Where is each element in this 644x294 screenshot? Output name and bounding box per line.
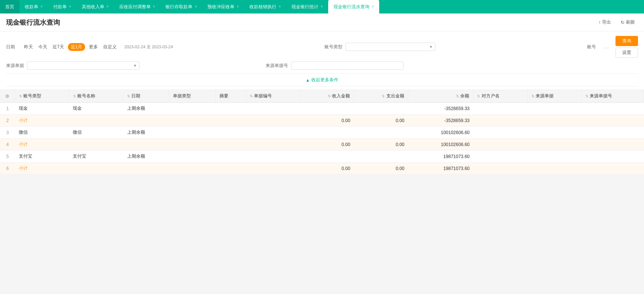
col-doc-no-sort: ⇅ (250, 94, 253, 98)
col-account-type[interactable]: ⇅ 账号类型 (15, 90, 69, 103)
date-opt-7days[interactable]: 近7天 (51, 43, 66, 51)
col-source-doc[interactable]: ⇅ 来源单据 (527, 90, 581, 103)
top-navigation: 首页 收款单 × 付款单 × 其他收入单 × 应收应付调整单 × 银行存取款单 … (0, 0, 644, 13)
account-name-cell: 支付宝 (69, 151, 123, 163)
refresh-button[interactable]: ↻ 刷新 (618, 18, 638, 27)
counter-name-cell (473, 115, 527, 127)
nav-other-income[interactable]: 其他收入单 × (77, 0, 114, 13)
summary-cell (216, 163, 246, 175)
summary-cell (216, 115, 246, 127)
nav-bank-deposit[interactable]: 银行存取款单 × (160, 0, 202, 13)
nav-payment-close[interactable]: × (69, 0, 71, 13)
query-button[interactable]: 查询 (615, 36, 638, 46)
table-header: ⚙ ⇅ 账号类型 ⇅ 账号名称 ⇅ 日期 单据类型 摘要 (0, 90, 644, 103)
nav-home[interactable]: 首页 (0, 0, 20, 13)
table-row[interactable]: 3 微信 微信 上期余额 100102606.60 (0, 127, 644, 139)
table-row[interactable]: 1 现金 现金 上期余额 -3528659.33 (0, 103, 644, 115)
export-button[interactable]: ↑ 导出 (595, 18, 614, 27)
income-cell: 0.00 (300, 163, 354, 175)
balance-cell: -3528659.33 (408, 103, 473, 115)
source-doc-no-cell (582, 163, 644, 175)
nav-payment-label: 付款单 (53, 0, 67, 13)
summary-cell (216, 139, 246, 151)
expense-cell: 0.00 (354, 139, 408, 151)
date-opt-1month[interactable]: 近1月 (68, 43, 86, 51)
nav-verify-close[interactable]: × (279, 0, 281, 13)
account-name-cell: 微信 (69, 127, 123, 139)
col-source-doc-no[interactable]: ⇅ 来源单据号 (582, 90, 644, 103)
account-type-label: 账号类型 (324, 44, 342, 50)
col-doc-no[interactable]: ⇅ 单据编号 (246, 90, 300, 103)
nav-adjust[interactable]: 应收应付调整单 × (114, 0, 161, 13)
col-balance[interactable]: ⇅ 余额 (408, 90, 473, 103)
account-name-cell (69, 115, 123, 127)
nav-bank-deposit-close[interactable]: × (195, 0, 197, 13)
account-label: 账号 (587, 44, 600, 50)
collapse-icon: ▲ (306, 78, 310, 83)
filter-row-1: 日期 昨天 今天 近7天 近1月 更多 自定义 2023-02-24 至 202… (6, 36, 638, 58)
collapse-button[interactable]: ▲ 收起更多条件 (306, 77, 339, 83)
income-cell (300, 127, 354, 139)
balance-cell: 100102606.60 (408, 127, 473, 139)
table-row[interactable]: 4 小计 0.00 0.00 100102606.60 (0, 139, 644, 151)
balance-cell: 19871073.60 (408, 163, 473, 175)
refresh-label: 刷新 (626, 19, 635, 25)
date-opt-today[interactable]: 今天 (37, 43, 49, 51)
nav-flow-query[interactable]: 现金银行流水查询 × (328, 0, 379, 13)
table-settings-icon[interactable]: ⚙ (5, 94, 9, 99)
nav-verify[interactable]: 收款核销执行 × (244, 0, 286, 13)
doc-no-cell (246, 103, 300, 115)
income-cell: 0.00 (300, 139, 354, 151)
source-doc-no-cell (582, 103, 644, 115)
date-opt-more[interactable]: 更多 (87, 43, 99, 51)
row-num: 2 (0, 115, 15, 127)
nav-adjust-close[interactable]: × (153, 0, 155, 13)
page-header: 现金银行流水查询 ↑ 导出 ↻ 刷新 (0, 13, 644, 31)
nav-receipt[interactable]: 收款单 × (20, 0, 48, 13)
nav-other-income-label: 其他收入单 (82, 0, 104, 13)
nav-stats[interactable]: 现金银行统计 × (286, 0, 328, 13)
source-doc-no-label: 来源单据号 (266, 63, 288, 69)
settings-button[interactable]: 设置 (615, 48, 638, 58)
nav-payment[interactable]: 付款单 × (48, 0, 77, 13)
nav-prepay-label: 预收冲应收单 (207, 0, 234, 13)
doc-type-cell (169, 127, 216, 139)
account-name-cell: 现金 (69, 103, 123, 115)
source-doc-cell (527, 163, 581, 175)
nav-prepay-close[interactable]: × (237, 0, 239, 13)
summary-cell (216, 103, 246, 115)
table-row[interactable]: 5 支付宝 支付宝 上期余额 19871073.60 (0, 151, 644, 163)
nav-other-income-close[interactable]: × (107, 0, 109, 13)
source-doc-no-cell (582, 127, 644, 139)
summary-cell (216, 151, 246, 163)
export-label: 导出 (602, 19, 611, 25)
table-row[interactable]: 2 小计 0.00 0.00 -3528659.33 (0, 115, 644, 127)
col-expense[interactable]: ⇅ 支出金额 (354, 90, 408, 103)
col-settings[interactable]: ⚙ (0, 90, 15, 103)
date-cell: 上期余额 (123, 151, 169, 163)
nav-stats-close[interactable]: × (321, 0, 323, 13)
account-type-select[interactable]: ▾ (345, 43, 435, 51)
source-doc-select[interactable]: ▾ (27, 61, 140, 70)
nav-flow-query-close[interactable]: × (372, 0, 374, 13)
col-income[interactable]: ⇅ 收入金额 (300, 90, 354, 103)
collapse-label: 收起更多条件 (311, 77, 338, 83)
date-opt-custom[interactable]: 自定义 (102, 43, 118, 51)
col-counter-name[interactable]: ⇅ 对方户名 (473, 90, 527, 103)
date-opt-yesterday[interactable]: 昨天 (23, 43, 35, 51)
source-doc-no-input[interactable] (291, 61, 404, 70)
col-account-name-sort: ⇅ (73, 94, 76, 98)
account-type-filter: 账号类型 ▾ (324, 43, 435, 51)
expense-cell (354, 127, 408, 139)
date-label: 日期 (6, 44, 20, 50)
row-num: 1 (0, 103, 15, 115)
col-date[interactable]: ⇅ 日期 (123, 90, 169, 103)
subtotal-label: 小计 (19, 142, 28, 147)
col-balance-sort: ⇅ (456, 94, 459, 98)
col-account-name[interactable]: ⇅ 账号名称 (69, 90, 123, 103)
nav-prepay[interactable]: 预收冲应收单 × (202, 0, 244, 13)
account-dots[interactable]: ... (603, 44, 609, 49)
col-income-sort: ⇅ (328, 94, 331, 98)
table-row[interactable]: 6 小计 0.00 0.00 19871073.60 (0, 163, 644, 175)
nav-receipt-close[interactable]: × (41, 0, 43, 13)
